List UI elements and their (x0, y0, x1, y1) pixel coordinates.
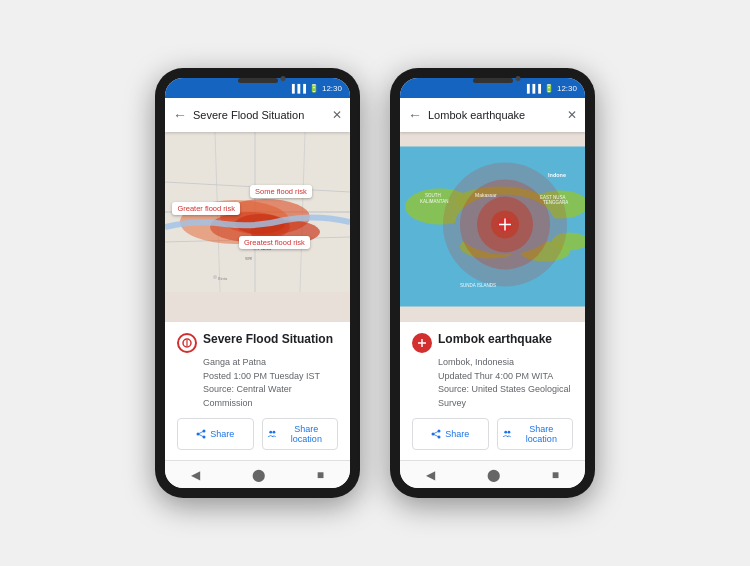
svg-line-23 (198, 434, 204, 437)
svg-text:TENGGARA: TENGGARA (543, 200, 568, 205)
svg-line-22 (198, 431, 204, 434)
search-bar-flood[interactable]: ← Severe Flood Situation ✕ (165, 98, 350, 132)
search-text-flood: Severe Flood Situation (193, 109, 332, 121)
status-icons-flood: ▐▐▐ 🔋 12:30 (289, 84, 342, 93)
back-arrow-quake[interactable]: ← (408, 107, 422, 123)
svg-text:Binta: Binta (218, 276, 228, 281)
svg-point-24 (269, 431, 272, 434)
phone-screen-flood: ▐▐▐ 🔋 12:30 ← Severe Flood Situation ✕ (165, 78, 350, 488)
svg-point-15 (213, 275, 217, 279)
phone-screen-quake: ▐▐▐ 🔋 12:30 ← Lombok earthquake ✕ (400, 78, 585, 488)
map-flood: Patna पटना Binta Greater flood risk Some… (165, 132, 350, 321)
camera-dot-2 (515, 76, 520, 81)
share-icon-2 (431, 429, 441, 439)
flood-share-label: Share (210, 429, 234, 439)
back-nav-quake[interactable]: ◀ (426, 468, 435, 482)
share-icon (196, 429, 206, 439)
info-title-row-flood: Severe Flood Situation (177, 332, 338, 353)
svg-text:SUNDA ISLANDS: SUNDA ISLANDS (460, 283, 496, 288)
flood-share-location-button[interactable]: Share location (262, 418, 339, 450)
close-icon-flood[interactable]: ✕ (332, 108, 342, 122)
home-nav-flood[interactable]: ⬤ (252, 468, 265, 482)
time-quake: 12:30 (557, 84, 577, 93)
quake-line2: Updated Thur 4:00 PM WITA (438, 370, 573, 384)
svg-point-55 (504, 431, 507, 434)
close-icon-quake[interactable]: ✕ (567, 108, 577, 122)
svg-text:Makassar: Makassar (475, 192, 497, 198)
flood-icon (177, 333, 197, 353)
flood-share-location-label: Share location (280, 424, 333, 444)
quake-share-label: Share (445, 429, 469, 439)
square-nav-flood[interactable]: ■ (317, 468, 324, 482)
bottom-nav-flood: ◀ ⬤ ■ (165, 460, 350, 488)
quake-line1: Lombok, Indonesia (438, 356, 573, 370)
battery-icon-2: 🔋 (544, 84, 554, 93)
info-panel-quake: Lombok earthquake Lombok, Indonesia Upda… (400, 321, 585, 460)
status-icons-quake: ▐▐▐ 🔋 12:30 (524, 84, 577, 93)
phones-container: ▐▐▐ 🔋 12:30 ← Severe Flood Situation ✕ (155, 68, 595, 498)
svg-text:पटना: पटना (244, 256, 252, 261)
signal-icon: ▐▐▐ (289, 84, 306, 93)
flood-label-greatest: Greatest flood risk (239, 236, 310, 249)
people-icon-2 (502, 429, 511, 439)
map-quake: Indone SOUTH KALIMANTAN EAST NUSA TENGGA… (400, 132, 585, 321)
quake-buttons: Share Share location (412, 418, 573, 450)
people-icon (267, 429, 276, 439)
svg-text:Indone: Indone (548, 172, 566, 178)
search-bar-quake[interactable]: ← Lombok earthquake ✕ (400, 98, 585, 132)
quake-subtitle: Lombok, Indonesia Updated Thur 4:00 PM W… (438, 356, 573, 410)
quake-share-button[interactable]: Share (412, 418, 489, 450)
phone-notch-2 (473, 78, 513, 83)
quake-share-location-label: Share location (515, 424, 568, 444)
svg-text:SOUTH: SOUTH (425, 193, 441, 198)
quake-line3: Source: United States Geological Survey (438, 383, 573, 410)
flood-line3: Source: Central Water Commission (203, 383, 338, 410)
square-nav-quake[interactable]: ■ (552, 468, 559, 482)
svg-line-54 (433, 434, 439, 437)
svg-point-25 (272, 431, 275, 434)
time-flood: 12:30 (322, 84, 342, 93)
info-panel-flood: Severe Flood Situation Ganga at Patna Po… (165, 321, 350, 460)
quake-icon (412, 333, 432, 353)
info-title-row-quake: Lombok earthquake (412, 332, 573, 353)
camera-dot (280, 76, 285, 81)
back-arrow-flood[interactable]: ← (173, 107, 187, 123)
svg-point-56 (507, 431, 510, 434)
flood-buttons: Share Share location (177, 418, 338, 450)
quake-share-location-button[interactable]: Share location (497, 418, 574, 450)
home-nav-quake[interactable]: ⬤ (487, 468, 500, 482)
quake-phone: ▐▐▐ 🔋 12:30 ← Lombok earthquake ✕ (390, 68, 595, 498)
flood-line1: Ganga at Patna (203, 356, 338, 370)
quake-title: Lombok earthquake (438, 332, 552, 348)
bottom-nav-quake: ◀ ⬤ ■ (400, 460, 585, 488)
flood-label-some: Some flood risk (250, 185, 312, 198)
svg-text:KALIMANTAN: KALIMANTAN (420, 199, 448, 204)
flood-line2: Posted 1:00 PM Tuesday IST (203, 370, 338, 384)
phone-notch (238, 78, 278, 83)
svg-line-53 (433, 431, 439, 434)
search-text-quake: Lombok earthquake (428, 109, 567, 121)
signal-icon-2: ▐▐▐ (524, 84, 541, 93)
flood-phone: ▐▐▐ 🔋 12:30 ← Severe Flood Situation ✕ (155, 68, 360, 498)
flood-share-button[interactable]: Share (177, 418, 254, 450)
flood-label-greater: Greater flood risk (172, 202, 240, 215)
flood-subtitle: Ganga at Patna Posted 1:00 PM Tuesday IS… (203, 356, 338, 410)
flood-title: Severe Flood Situation (203, 332, 333, 348)
battery-icon: 🔋 (309, 84, 319, 93)
back-nav-flood[interactable]: ◀ (191, 468, 200, 482)
